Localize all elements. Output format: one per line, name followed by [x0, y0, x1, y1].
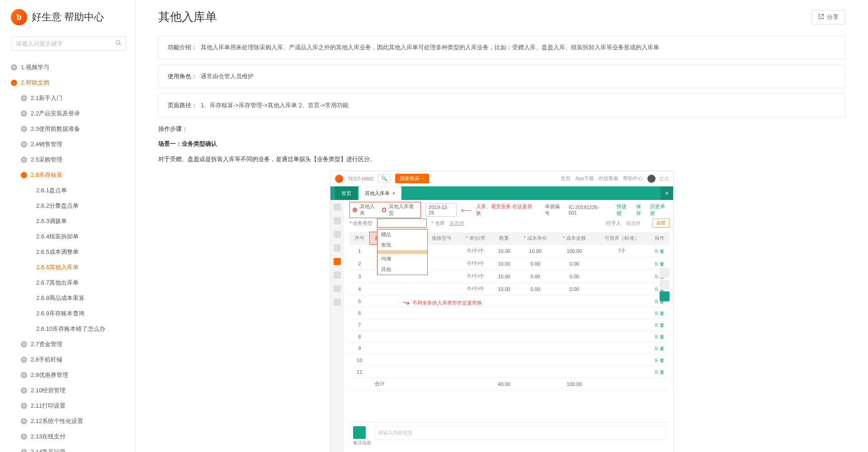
- steps-label: 操作步骤：: [158, 124, 845, 134]
- table-cell: [516, 354, 555, 366]
- nav-item[interactable]: +2.8手机旺铺: [11, 352, 126, 367]
- comment-icon: [353, 426, 366, 439]
- table-cell: [492, 331, 516, 343]
- nav-item[interactable]: +2.14常见问题: [11, 444, 126, 452]
- nav-item-label: 2.4销售管理: [31, 137, 62, 152]
- nav-item[interactable]: +2.13在线支付: [11, 429, 126, 444]
- table-cell: [369, 366, 390, 378]
- red-arrow-icon: ⟵: [461, 206, 472, 214]
- table-cell: 0.00: [516, 257, 555, 270]
- nav-item[interactable]: +2.10经营管理: [11, 383, 126, 398]
- svg-line-1: [119, 43, 121, 45]
- nav-item[interactable]: +2.5采购管理: [11, 152, 126, 167]
- nav-item[interactable]: 2.6.8商品成本重算: [11, 290, 126, 306]
- nav-item[interactable]: +2.1新手入门: [11, 90, 126, 106]
- table-sum-row: 合计40.00100.00: [349, 378, 670, 390]
- table-cell: 0.00: [516, 283, 555, 295]
- nav-item-label: 2.6.2分量盘点单: [36, 198, 79, 214]
- nav-item-label: 2.6.1盘点单: [36, 183, 67, 198]
- plus-icon: +: [11, 64, 17, 71]
- nav-item-label: 2.6.7其他出库单: [36, 275, 79, 290]
- nav-item[interactable]: 2.6.5成本调整单: [11, 244, 126, 260]
- table-cell: [594, 366, 650, 378]
- table-header: 数量: [492, 232, 516, 245]
- table-row: 4个/个/个10.000.000.00⎘ 🗑: [349, 283, 670, 295]
- table-cell: 100.00: [555, 245, 594, 257]
- delete-icon: 🗑: [660, 261, 665, 266]
- nav-item[interactable]: +2.7资金管理: [11, 337, 126, 352]
- table-cell: 11: [349, 366, 369, 378]
- table-cell: [425, 257, 459, 270]
- nav-item[interactable]: 2.6.10库存账本错了怎么办: [11, 321, 126, 337]
- shot-link-history: 历史单据: [650, 203, 670, 217]
- shot-user: C C: [660, 176, 669, 181]
- table-cell: [425, 331, 459, 343]
- table-cell: [369, 331, 390, 343]
- table-cell: 0.00: [516, 270, 555, 283]
- intro-box: 功能介绍： 其他入库单用来处理除采购入库、产成品入库之外的其他入库业务，因此其他…: [158, 36, 845, 59]
- table-cell: [458, 366, 492, 378]
- dd-item: 赠品: [377, 229, 427, 240]
- nav-item[interactable]: +2.12系统个性化设置: [11, 414, 126, 429]
- table-cell: [516, 307, 555, 319]
- delete-icon: 🗑: [660, 322, 665, 328]
- nav-item[interactable]: +2.3使用前数据准备: [11, 121, 126, 137]
- table-cell: [594, 343, 650, 354]
- nav-item[interactable]: +1.视频学习: [11, 60, 126, 75]
- table-cell: [650, 378, 670, 390]
- shot-search-icon: 🔍: [378, 174, 391, 183]
- nav-item[interactable]: +2.11打印设置: [11, 398, 126, 414]
- nav-item-label: 2.6.5成本调整单: [36, 244, 79, 260]
- table-cell: 5: [349, 295, 369, 307]
- nav-item[interactable]: 2.6.7其他出库单: [11, 275, 126, 290]
- nav-item[interactable]: 2.6.4组装拆卸单: [11, 229, 126, 244]
- nav-item-label: 2.8手机旺铺: [31, 352, 62, 367]
- embedded-screenshot: TEST-H002 🔍 我要购买→ 首页 App下载 在线客服 帮助中心 C C…: [330, 171, 674, 452]
- table-ops: ⎘ 🗑: [650, 343, 670, 354]
- table-cell: 0.00: [555, 283, 594, 295]
- table-cell: 6: [349, 307, 369, 319]
- table-cell: [492, 343, 516, 354]
- nav-item[interactable]: 2.6.6其他入库单: [11, 260, 126, 275]
- nav-item[interactable]: 2.6.1盘点单: [11, 183, 126, 198]
- page-title: 其他入库单: [158, 9, 217, 25]
- table-cell: [516, 295, 555, 307]
- delete-icon: 🗑: [660, 346, 665, 351]
- path-box: 页面路径： 1、库存核算->库存管理->其他入库单 2、首页->常用功能: [158, 94, 845, 117]
- plus-icon: +: [21, 449, 27, 452]
- float-icon: [660, 268, 670, 278]
- table-cell: [555, 295, 594, 307]
- plus-icon: +: [21, 403, 27, 409]
- dd-item-selected: [377, 250, 427, 254]
- nav-item-label: 2.5采购管理: [31, 152, 62, 167]
- search-icon[interactable]: [115, 40, 122, 48]
- nav-item[interactable]: +2.4销售管理: [11, 137, 126, 152]
- copy-icon: ⎘: [655, 357, 658, 363]
- rail-icon: [334, 285, 341, 292]
- table-cell: [390, 331, 424, 343]
- share-icon: [818, 14, 824, 21]
- nav-item[interactable]: +2.9优惠券管理: [11, 367, 126, 383]
- table-cell: [594, 295, 650, 307]
- nav-item[interactable]: 2.6.9库存账本查询: [11, 306, 126, 321]
- table-cell: [492, 319, 516, 331]
- nav-item[interactable]: 2.6.3调拨单: [11, 214, 126, 229]
- red-annotation-text: 不同业务的入库类型在这里切换: [412, 300, 482, 306]
- nav-item[interactable]: −2.6库存核算: [11, 167, 126, 183]
- shot-tenant: TEST-H002: [348, 176, 373, 181]
- table-cell: [555, 366, 594, 378]
- plus-icon: +: [21, 110, 27, 117]
- warehouse-label: * 仓库: [431, 220, 444, 227]
- nav-item[interactable]: 2.6.2分量盘点单: [11, 198, 126, 214]
- nav-item[interactable]: +2.2产品安装及登录: [11, 106, 126, 121]
- nav-item[interactable]: −2.帮助文档: [11, 75, 126, 90]
- search-input[interactable]: [11, 36, 126, 51]
- table-cell: 4: [349, 283, 369, 295]
- table-cell: [390, 354, 424, 366]
- table-cell: 10.00: [492, 283, 516, 295]
- share-button[interactable]: 分享: [811, 10, 845, 24]
- shot-logo-icon: [335, 175, 343, 183]
- table-cell: [425, 270, 459, 283]
- table-cell: [516, 366, 555, 378]
- intro-value: 其他入库单用来处理除采购入库、产成品入库之外的其他入库业务，因此其他入库单可处理…: [201, 43, 659, 52]
